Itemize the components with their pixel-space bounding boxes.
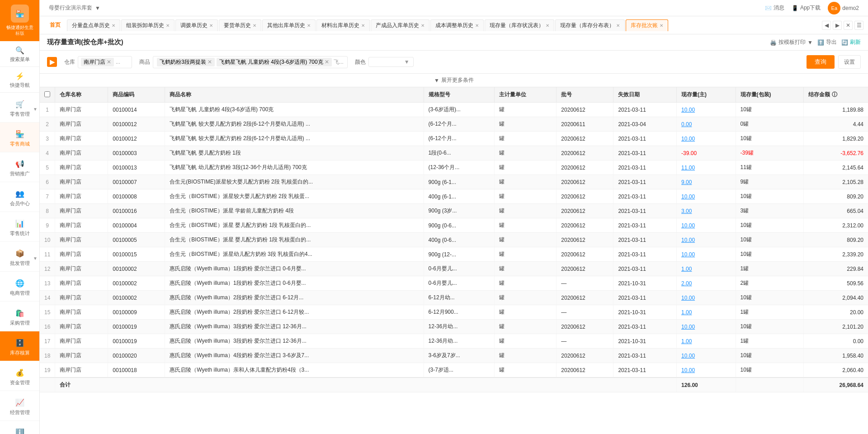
tab-inventory-status[interactable]: 现存量（库存状况表） ✕ — [485, 19, 554, 31]
color-filter-input[interactable]: ▼ — [368, 57, 414, 67]
cell-qty-main[interactable]: 3.00 — [677, 204, 736, 218]
sidebar-item-retail[interactable]: 🛒 零售管理 ▼ — [0, 93, 39, 123]
sidebar-item-inventory[interactable]: 🗄️ 库存核算 — [0, 331, 39, 361]
search-menu[interactable]: 🔍 搜索菜单 — [0, 41, 39, 67]
settings-button[interactable]: 设置 — [838, 55, 861, 69]
cell-qty-pkg: 10罐 — [736, 103, 804, 117]
sidebar-item-retail-shop[interactable]: 🏪 零售商城 — [0, 123, 39, 152]
tab-close-yao-huo[interactable]: ✕ — [253, 23, 256, 28]
tab-prev-btn[interactable]: ◀ — [822, 21, 831, 30]
cell-qty-main[interactable]: 10.00 — [677, 218, 736, 233]
cell-qty-main[interactable]: 1.00 — [677, 262, 736, 276]
tab-close-material-out[interactable]: ✕ — [361, 23, 365, 28]
cell-amount: 229.84 — [804, 262, 868, 276]
quick-nav-label: 快捷导航 — [10, 82, 30, 89]
tab-zu-chai[interactable]: 组装拆卸单历史 ✕ — [121, 19, 175, 31]
expand-more-btn[interactable]: ▼ 展开更多条件 — [434, 76, 474, 84]
cell-qty-pkg: 1罐 — [736, 334, 804, 349]
tab-next-btn[interactable]: ▶ — [833, 21, 842, 30]
sidebar-item-wholesale[interactable]: 📦 批发管理 ▼ — [0, 242, 39, 272]
cell-batch: 20200612 — [557, 218, 613, 233]
cell-qty-main[interactable]: 11.00 — [677, 160, 736, 175]
quick-nav[interactable]: ⚡ 快捷导航 — [0, 67, 39, 93]
filter-expand-arrow[interactable]: ▶ — [47, 57, 57, 67]
tab-other-out[interactable]: 其他出库单历史 ✕ — [262, 19, 316, 31]
print-btn[interactable]: 🖨️ 按模板打印 ▼ — [770, 38, 813, 46]
cell-qty-main[interactable]: 2.00 — [677, 276, 736, 291]
select-all-checkbox[interactable] — [44, 91, 50, 97]
sidebar-item-finance[interactable]: 💰 资金管理 — [0, 361, 39, 391]
tab-close-fen-pan[interactable]: ✕ — [112, 23, 115, 28]
table-row: 6南岸门店00100007合生元(BIOSTIME)派星较大婴儿配方奶粉 2段 … — [40, 175, 868, 189]
color-filter-label: 颜色 — [355, 58, 366, 66]
table-header-row: 仓库名称 商品编码 商品名称 规格型号 主计量单位 批号 失效日期 现存量(主)… — [40, 87, 868, 103]
message-btn[interactable]: ✉️ 消息 — [765, 4, 784, 12]
tab-batch-check[interactable]: 库存批次账 ✕ — [626, 19, 668, 31]
tab-home[interactable]: 首页 — [44, 19, 66, 31]
sidebar-item-ecommerce[interactable]: 🌐 电商管理 — [0, 272, 39, 302]
tab-close-batch-check[interactable]: ✕ — [660, 23, 663, 28]
retail-shop-icon: 🏪 — [14, 128, 25, 139]
warehouse-tag-remove[interactable]: ✕ — [107, 59, 111, 65]
product-tag-2-remove[interactable]: ✕ — [325, 59, 329, 65]
col-unit: 主计量单位 — [495, 87, 557, 103]
tab-product-in-label: 产成品入库单历史 — [376, 22, 419, 29]
tab-close-other-out[interactable]: ✕ — [307, 23, 311, 28]
query-button[interactable]: 查询 — [807, 55, 835, 69]
cell-qty-main[interactable]: 10.00 — [677, 320, 736, 334]
tab-diao-bo[interactable]: 调拨单历史 ✕ — [175, 19, 218, 31]
cell-name: 合生元（BIOSTIME）派星 婴儿配方奶粉 1段 乳核蛋白的... — [165, 218, 424, 233]
product-filter-input[interactable]: 飞鹤奶粉3段两提装 ✕ 飞鹤星飞帆 儿童奶粉 4段(3-6岁适用) 700克 ✕… — [153, 56, 348, 68]
sidebar-item-purchase[interactable]: 🛍️ 采购管理 — [0, 302, 39, 331]
tab-fen-pan[interactable]: 分量盘点单历史 ✕ — [67, 19, 120, 31]
cell-unit: 罐 — [495, 247, 557, 262]
cell-qty-main[interactable]: 1.00 — [677, 305, 736, 320]
tab-close-inventory-dist[interactable]: ✕ — [616, 23, 620, 28]
tab-material-out[interactable]: 材料出库单历史 ✕ — [316, 19, 370, 31]
action-buttons: 查询 设置 — [807, 55, 861, 69]
product-tag-1-remove[interactable]: ✕ — [208, 59, 212, 65]
refresh-btn[interactable]: 🔄 刷新 — [841, 38, 861, 46]
total-row: 合计 126.00 26,968.64 — [40, 377, 868, 392]
tab-cost-adjust[interactable]: 成本调整单历史 ✕ — [430, 19, 484, 31]
export-btn[interactable]: ⬆️ 导出 — [817, 38, 837, 46]
tab-close-zu-chai[interactable]: ✕ — [166, 23, 170, 28]
industry-selector-wrap[interactable]: 母婴行业演示库套 ▼ — [49, 4, 100, 12]
cell-qty-main[interactable]: 1.00 — [677, 334, 736, 349]
sidebar-item-basic[interactable]: ℹ️ 基础信息 — [0, 421, 39, 434]
cell-qty-main[interactable]: 0.00 — [677, 117, 736, 132]
tab-inventory-dist[interactable]: 现存量（库存分布表） ✕ — [555, 19, 625, 31]
cell-qty-main[interactable]: 10.00 — [677, 103, 736, 117]
cell-qty-main[interactable]: 9.00 — [677, 175, 736, 189]
sidebar-item-member[interactable]: 👥 会员中心 — [0, 182, 39, 212]
sidebar-item-retail-stat[interactable]: 📊 零售统计 — [0, 212, 39, 242]
sidebar-item-marketing[interactable]: 📢 营销推广 — [0, 152, 39, 182]
cell-qty-main[interactable]: 10.00 — [677, 189, 736, 204]
cell-qty-main[interactable]: 10.00 — [677, 349, 736, 363]
tab-close-product-in[interactable]: ✕ — [421, 23, 425, 28]
cell-qty-main[interactable]: 10.00 — [677, 291, 736, 305]
tab-menu-btn[interactable]: ☰ — [854, 21, 863, 30]
cell-qty-main[interactable]: 10.00 — [677, 363, 736, 378]
app-download-btn[interactable]: 📱 App下载 — [792, 4, 821, 12]
sidebar-item-operation[interactable]: 📈 经营管理 — [0, 391, 39, 421]
warehouse-filter-input[interactable]: 南岸门店 ✕ ... — [78, 56, 132, 68]
cell-expire: 2021-03-11 — [613, 363, 677, 378]
cell-qty-main[interactable]: 10.00 — [677, 132, 736, 146]
user-account[interactable]: Ea demo2 — [828, 2, 859, 14]
tab-close-all-btn[interactable]: ✕ — [844, 21, 853, 30]
cell-amount: 2,105.28 — [804, 175, 868, 189]
tab-close-diao-bo[interactable]: ✕ — [209, 23, 213, 28]
cell-qty-main[interactable]: 10.00 — [677, 247, 736, 262]
table-row: 8南岸门店00100016合生元（BIOSTIME）派星 学龄前儿童配方奶粉 4… — [40, 204, 868, 218]
tab-close-inventory-status[interactable]: ✕ — [546, 23, 549, 28]
cell-qty-main[interactable]: 10.00 — [677, 233, 736, 247]
industry-selector-arrow: ▼ — [95, 5, 100, 11]
warehouse-filter-group: 仓库 南岸门店 ✕ ... — [64, 56, 132, 68]
row-number: 2 — [40, 117, 55, 132]
tab-yao-huo[interactable]: 要货单历史 ✕ — [219, 19, 261, 31]
tab-close-cost-adjust[interactable]: ✕ — [475, 23, 479, 28]
cell-code: 00100016 — [108, 204, 165, 218]
cell-qty-main[interactable]: -39.00 — [677, 146, 736, 160]
tab-product-in[interactable]: 产成品入库单历史 ✕ — [371, 19, 429, 31]
